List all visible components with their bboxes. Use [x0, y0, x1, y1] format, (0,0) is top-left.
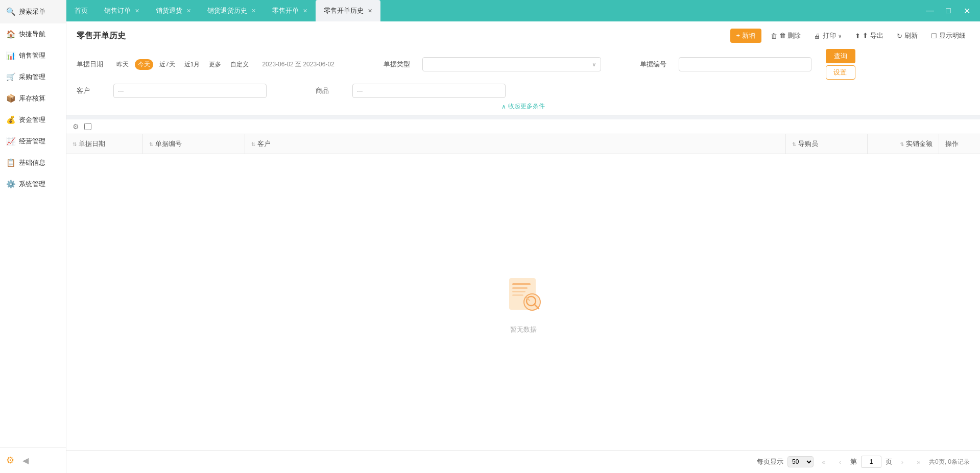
sidebar-item-basic-info[interactable]: 📋 基础信息	[0, 152, 66, 173]
tab-retail-open[interactable]: 零售开单 ✕	[264, 0, 316, 21]
customer-dots: ···	[118, 87, 124, 95]
customer-filter-input[interactable]: ···	[113, 84, 267, 98]
sidebar-item-label: 资金管理	[19, 115, 45, 125]
col-actions-label: 操作	[945, 139, 959, 148]
sidebar-search[interactable]: 🔍 搜索采单	[0, 0, 66, 23]
sidebar-item-inventory[interactable]: 📦 库存核算	[0, 88, 66, 109]
refresh-label: 刷新	[904, 31, 918, 40]
tab-sales-return-close[interactable]: ✕	[186, 8, 191, 14]
date-btn-today[interactable]: 今天	[135, 59, 153, 70]
purchase-icon: 🛒	[6, 72, 16, 82]
tab-sales-return-history-close[interactable]: ✕	[251, 8, 256, 14]
query-button[interactable]: 查询	[826, 49, 855, 63]
settings-bottom-icon[interactable]: ⚙	[6, 455, 14, 466]
content-area: 零售开单历史 + 新增 🗑 🗑 删除 🖨 打印 ∨ ⬆ ⬆ 导出	[66, 21, 980, 473]
table-area: ⚙ ⇅ 单据日期 ⇅ 单据编号 ⇅ 客户 ⇅ 导购员	[66, 119, 980, 473]
sales-icon: 📊	[6, 51, 16, 60]
sort-icon-amount: ⇅	[900, 141, 904, 147]
date-btn-1month[interactable]: 近1月	[181, 59, 203, 70]
chevron-up-icon: ∧	[501, 103, 506, 110]
filter-row-1: 单据日期 昨天 今天 近7天 近1月 更多 自定义 2023-06-02 至 2…	[77, 49, 970, 80]
export-label: ⬆ 导出	[863, 31, 883, 40]
prev-page-btn[interactable]: ‹	[834, 456, 846, 468]
table-header: ⇅ 单据日期 ⇅ 单据编号 ⇅ 客户 ⇅ 导购员 ⇅ 实销金额	[66, 134, 980, 154]
print-arrow-icon: ∨	[838, 33, 842, 39]
type-filter-select[interactable]: ∨	[422, 57, 601, 71]
page-number-input[interactable]	[861, 456, 881, 468]
col-number-label: 单据编号	[155, 139, 182, 148]
tab-sales-order[interactable]: 销售订单 ✕	[96, 0, 148, 21]
tab-retail-open-close[interactable]: ✕	[303, 8, 307, 14]
filter-date-btns: 昨天 今天 近7天 近1月 更多 自定义	[113, 59, 252, 70]
home-icon: 🏠	[6, 30, 16, 39]
sidebar-item-label: 库存核算	[19, 94, 45, 103]
svg-rect-2	[512, 287, 528, 289]
tab-home[interactable]: 首页	[66, 0, 96, 21]
export-button[interactable]: ⬆ ⬆ 导出	[851, 29, 888, 42]
settings-button[interactable]: 设置	[826, 65, 855, 80]
search-icon: 🔍	[6, 7, 16, 16]
window-close-btn[interactable]: ✕	[960, 4, 974, 18]
per-page-select[interactable]: 50 10 20 100	[787, 456, 814, 467]
sidebar-item-system-mgmt[interactable]: ⚙️ 系统管理	[0, 173, 66, 195]
date-btn-custom[interactable]: 自定义	[227, 59, 252, 70]
number-filter-input[interactable]	[679, 57, 811, 71]
sort-icon-customer: ⇅	[251, 141, 255, 147]
empty-state: 暂无数据	[498, 270, 549, 334]
tab-sales-return[interactable]: 销货退货 ✕	[148, 0, 199, 21]
goods-dots: ···	[357, 87, 363, 95]
collapse-sidebar-icon[interactable]: ◀	[22, 456, 29, 465]
collapse-label: 收起更多条件	[508, 102, 545, 111]
first-page-btn[interactable]: «	[818, 456, 830, 468]
operations-icon: 📈	[6, 137, 16, 146]
print-button[interactable]: 🖨 打印 ∨	[810, 29, 846, 42]
sidebar-item-purchase-mgmt[interactable]: 🛒 采购管理	[0, 66, 66, 88]
sidebar-item-finance[interactable]: 💰 资金管理	[0, 109, 66, 131]
last-page-btn[interactable]: »	[913, 456, 925, 468]
pagination: 每页显示 50 10 20 100 « ‹ 第 页 › » 共0页, 0条记录	[66, 450, 980, 473]
sidebar-item-label: 采购管理	[19, 72, 45, 82]
type-filter-label: 单据类型	[384, 60, 414, 69]
tab-sales-return-history[interactable]: 销货退货历史 ✕	[199, 0, 264, 21]
tab-retail-open-history[interactable]: 零售开单历史 ✕	[316, 0, 380, 21]
display-detail-button[interactable]: ☐ 显示明细	[927, 29, 970, 42]
select-all-checkbox[interactable]	[84, 123, 91, 130]
table-controls: ⚙	[66, 119, 980, 134]
window-maximize-btn[interactable]: □	[941, 4, 955, 18]
delete-button[interactable]: 🗑 🗑 删除	[767, 29, 805, 42]
sidebar-item-quick-nav[interactable]: 🏠 快捷导航	[0, 23, 66, 45]
table-body: 暂无数据	[66, 154, 980, 450]
date-btn-more[interactable]: 更多	[206, 59, 224, 70]
goods-filter-label: 商品	[316, 86, 344, 95]
date-btn-yesterday[interactable]: 昨天	[113, 59, 132, 70]
refresh-icon: ↻	[897, 32, 902, 40]
tab-sales-order-close[interactable]: ✕	[135, 8, 139, 14]
sidebar-item-sales-mgmt[interactable]: 📊 销售管理	[0, 45, 66, 66]
topbar: 首页 销售订单 ✕ 销货退货 ✕ 销货退货历史 ✕ 零售开单 ✕ 零售开单历史 …	[66, 0, 980, 21]
col-customer: ⇅ 客户	[245, 134, 786, 154]
col-salesperson: ⇅ 导购员	[786, 134, 868, 154]
page-header: 零售开单历史 + 新增 🗑 🗑 删除 🖨 打印 ∨ ⬆ ⬆ 导出	[66, 21, 980, 115]
per-page-label: 每页显示	[757, 457, 783, 466]
checkbox-icon: ☐	[931, 32, 937, 40]
svg-rect-3	[512, 291, 525, 292]
sidebar-item-operations[interactable]: 📈 经营管理	[0, 131, 66, 152]
table-settings-icon[interactable]: ⚙	[73, 122, 79, 131]
sort-icon-date: ⇅	[73, 141, 77, 147]
date-btn-7days[interactable]: 近7天	[156, 59, 178, 70]
total-info: 共0页, 0条记录	[929, 458, 970, 466]
tab-retail-open-history-label: 零售开单历史	[324, 6, 364, 15]
sidebar-item-label: 系统管理	[19, 180, 45, 189]
tab-sales-order-label: 销售订单	[104, 6, 131, 15]
page-label-pre: 第	[850, 457, 857, 466]
add-button[interactable]: + 新增	[730, 29, 761, 43]
goods-filter-input[interactable]: ···	[352, 84, 506, 98]
refresh-button[interactable]: ↻ 刷新	[893, 29, 922, 42]
window-minimize-btn[interactable]: —	[923, 4, 937, 18]
page-label-post: 页	[886, 457, 892, 466]
collapse-filter-btn[interactable]: ∧ 收起更多条件	[77, 100, 970, 115]
tab-retail-open-history-close[interactable]: ✕	[368, 8, 372, 14]
system-icon: ⚙️	[6, 180, 16, 189]
sidebar-item-label: 快捷导航	[19, 30, 45, 39]
next-page-btn[interactable]: ›	[896, 456, 909, 468]
